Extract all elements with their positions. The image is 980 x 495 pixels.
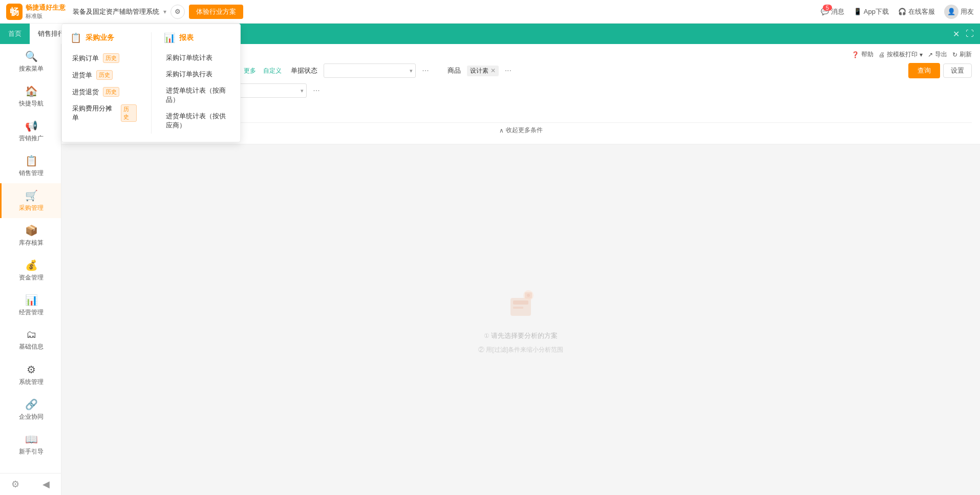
print-dropdown-icon: ▾: [920, 51, 923, 58]
settings-bottom-icon[interactable]: ⚙: [11, 479, 19, 490]
refresh-button[interactable]: ↻ 刷新: [952, 50, 972, 59]
tab-home[interactable]: 首页: [0, 24, 30, 44]
hist-tag-3: 历史: [121, 104, 137, 122]
dropdown-col-left: 📋 采购业务 采购订单 历史 进货单 历史 进货退货 历史 采购费用分摊单 历史: [70, 32, 139, 134]
header-right: 💬 5 消息 📱 App下载 🎧 在线客服 👤 用友: [821, 5, 974, 19]
print-icon: 🖨: [879, 51, 885, 58]
sidebar-item-purchase[interactable]: 🛒 采购管理: [0, 183, 61, 218]
set-button[interactable]: 设置: [943, 63, 972, 78]
collapse-icon: ∧: [499, 127, 504, 134]
empty-hint-2: ② 用[过滤]条件来缩小分析范围: [478, 346, 563, 354]
refresh-icon: ↻: [952, 51, 957, 58]
logo-area: 畅 畅捷通好生意 标准版: [6, 4, 68, 20]
sidebar-item-nav[interactable]: 🏠 快捷导航: [0, 79, 61, 114]
sidebar-item-search[interactable]: 🔍 搜索菜单: [0, 44, 61, 79]
sidebar-item-guide[interactable]: 📖 新手引导: [0, 427, 61, 462]
phone-icon: 📱: [854, 8, 862, 15]
sales-icon: 📋: [25, 155, 38, 167]
home-icon: 🏠: [25, 85, 38, 97]
goods-tag-close[interactable]: ✕: [491, 67, 496, 74]
logo-icon: 畅: [6, 4, 23, 20]
empty-illustration: [500, 285, 541, 326]
top-header: 畅 畅捷通好生意 标准版 装备及固定资产辅助管理系统 ▾ ⚙ 体验行业方案 💬 …: [0, 0, 980, 24]
goods-label: 商品: [435, 66, 461, 75]
salesman-dots[interactable]: ···: [313, 86, 319, 95]
sidebar-item-finance[interactable]: 💰 资金管理: [0, 253, 61, 288]
dropdown-item-return[interactable]: 进货退货 历史: [70, 83, 139, 100]
svg-rect-1: [513, 300, 528, 305]
export-icon: ↗: [928, 51, 933, 58]
hist-tag-2: 历史: [103, 87, 119, 97]
purchase-dropdown-menu: 📋 采购业务 采购订单 历史 进货单 历史 进货退货 历史 采购费用分摊单 历史…: [61, 24, 241, 142]
print-button[interactable]: 🖨 按模板打印 ▾: [879, 50, 923, 59]
inventory-icon: 📦: [25, 224, 38, 236]
headset-icon: 🎧: [898, 8, 906, 15]
export-button[interactable]: ↗ 导出: [928, 50, 947, 59]
sidebar-item-collab[interactable]: 🔗 企业协同: [0, 392, 61, 427]
sidebar-item-inventory[interactable]: 📦 库存核算: [0, 218, 61, 253]
dropdown-right-title: 📊 报表: [164, 32, 232, 44]
dropdown-item-inbound-goods[interactable]: 进货单统计表（按商品）: [164, 82, 232, 108]
goods-dots[interactable]: ···: [505, 66, 512, 75]
purchase-col-icon: 📋: [70, 32, 81, 44]
collapse-icon[interactable]: ◀: [42, 479, 50, 490]
svg-point-5: [527, 294, 530, 297]
dropdown-col-right: 📊 报表 采购订单统计表 采购订单执行表 进货单统计表（按商品） 进货单统计表（…: [164, 32, 232, 134]
empty-state: ① 请先选择要分析的方案 ② 用[过滤]条件来缩小分析范围: [61, 144, 980, 495]
status-select-wrapper: [324, 63, 416, 78]
dropdown-item-inbound[interactable]: 进货单 历史: [70, 67, 139, 83]
search-icon: 🔍: [25, 50, 38, 62]
sidebar-item-marketing[interactable]: 📢 营销推广: [0, 114, 61, 148]
header-middle: 装备及固定资产辅助管理系统 ▾ ⚙ 体验行业方案: [73, 5, 821, 19]
status-dots[interactable]: ···: [422, 66, 429, 75]
online-service-button[interactable]: 🎧 在线客服: [898, 7, 935, 16]
empty-hint-1: ① 请先选择要分析的方案: [484, 331, 558, 340]
sidebar-item-basic-info[interactable]: 🗂 基础信息: [0, 322, 61, 357]
settings-button[interactable]: ⚙: [171, 5, 185, 19]
logo-text: 畅捷通好生意 标准版: [26, 4, 66, 19]
query-button[interactable]: 查询: [908, 63, 940, 78]
tab-bar-actions: ✕ ⛶: [953, 29, 980, 39]
dropdown-divider: [151, 32, 152, 134]
guide-icon: 📖: [25, 433, 38, 445]
salesman-select[interactable]: [230, 83, 307, 98]
salesman-select-wrapper: [230, 83, 307, 98]
tab-close-all-icon[interactable]: ✕: [953, 29, 960, 39]
sidebar-item-sales[interactable]: 📋 销售管理: [0, 148, 61, 183]
help-button[interactable]: ❓ 帮助: [851, 50, 874, 59]
dropdown-item-order-stat[interactable]: 采购订单统计表: [164, 50, 232, 66]
app-download-button[interactable]: 📱 App下载: [854, 7, 889, 16]
report-col-icon: 📊: [164, 32, 175, 44]
status-select[interactable]: [324, 63, 416, 78]
purchase-icon: 🛒: [25, 189, 38, 202]
dropdown-item-order-exec[interactable]: 采购订单执行表: [164, 66, 232, 82]
user-button[interactable]: 👤 用友: [944, 5, 974, 19]
system-dropdown-arrow[interactable]: ▾: [163, 8, 166, 15]
tab-expand-icon[interactable]: ⛶: [966, 29, 974, 38]
dropdown-item-purchase-order[interactable]: 采购订单 历史: [70, 50, 139, 67]
svg-rect-2: [513, 307, 523, 309]
system-icon: ⚙: [27, 363, 36, 376]
basic-info-icon: 🗂: [26, 329, 36, 340]
quick-more-button[interactable]: 更多: [241, 66, 259, 76]
marketing-icon: 📢: [25, 120, 38, 132]
dropdown-item-inbound-supplier[interactable]: 进货单统计表（按供应商）: [164, 108, 232, 134]
message-button[interactable]: 💬 5 消息: [821, 7, 844, 16]
hist-tag-1: 历史: [96, 70, 113, 80]
operations-icon: 📊: [25, 294, 38, 306]
status-label: 单据状态: [291, 66, 317, 75]
dropdown-item-expense[interactable]: 采购费用分摊单 历史: [70, 100, 139, 126]
collab-icon: 🔗: [25, 398, 38, 411]
sidebar-item-system[interactable]: ⚙ 系统管理: [0, 357, 61, 392]
industry-button[interactable]: 体验行业方案: [189, 5, 243, 19]
goods-tag-value: 设计素: [470, 67, 488, 75]
sidebar-bottom: ⚙ ◀: [0, 473, 61, 495]
system-title: 装备及固定资产辅助管理系统: [73, 7, 159, 16]
message-badge: 5: [823, 5, 832, 11]
quick-custom-button[interactable]: 自定义: [260, 66, 285, 76]
finance-icon: 💰: [25, 259, 38, 271]
sidebar-item-operations[interactable]: 📊 经营管理: [0, 288, 61, 322]
dropdown-left-title: 📋 采购业务: [70, 32, 139, 44]
sidebar: 🔍 搜索菜单 🏠 快捷导航 📢 营销推广 📋 销售管理 🛒 采购管理 📦 库存核…: [0, 44, 61, 495]
goods-tag: 设计素 ✕: [467, 66, 499, 76]
